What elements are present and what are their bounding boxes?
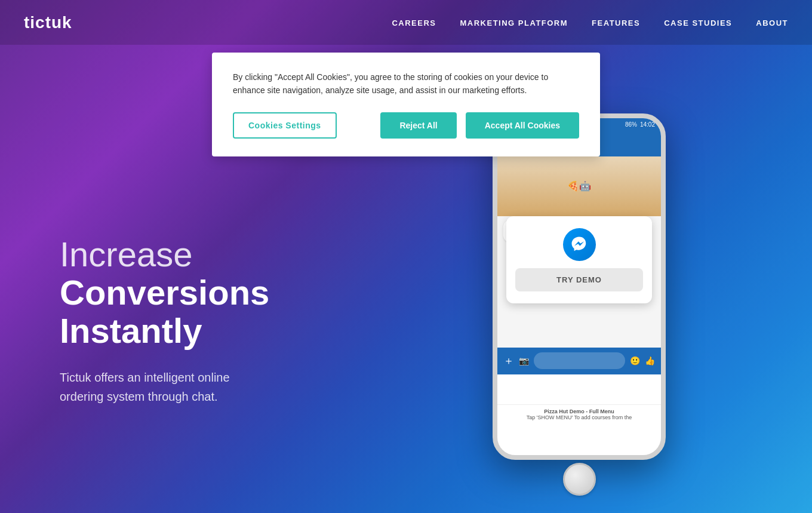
pizza-hut-sub: Tap 'SHOW MENU' To add courses from the bbox=[527, 414, 632, 420]
hero-line1: Increase bbox=[60, 235, 406, 274]
phone-screen: 86% 14:02 D Demo Sto... 🍕🤖 bbox=[497, 118, 661, 455]
phone-time: 14:02 bbox=[640, 121, 655, 128]
phone-chat-area: 🍕🤖 Hi koby, good to see you again Plz ta… bbox=[497, 156, 661, 348]
hero-description: Tictuk offers an intelligent online orde… bbox=[60, 368, 346, 406]
cookie-buttons: Cookies Settings Reject All Accept All C… bbox=[233, 112, 579, 139]
phone-bottom-info: Pizza Hut Demo - Full Menu Tap 'SHOW MEN… bbox=[497, 404, 661, 424]
brand-logo[interactable]: tictuk bbox=[24, 13, 72, 32]
navbar: tictuk CAREERS MARKETING PLATFORM FEATUR… bbox=[0, 0, 812, 45]
hero-desc-line2: ordering system through chat. bbox=[60, 390, 218, 403]
cookies-settings-button[interactable]: Cookies Settings bbox=[233, 112, 337, 139]
nav-link-marketing-platform[interactable]: MARKETING PLATFORM bbox=[460, 19, 568, 27]
messenger-icon bbox=[563, 228, 596, 261]
cookie-description: By clicking "Accept All Cookies", you ag… bbox=[233, 70, 579, 97]
accept-all-cookies-button[interactable]: Accept All Cookies bbox=[466, 112, 579, 139]
pizza-hut-label: Pizza Hut Demo - Full Menu bbox=[544, 408, 614, 414]
plus-icon[interactable]: ＋ bbox=[503, 354, 514, 368]
nav-item-features[interactable]: FEATURES bbox=[592, 17, 640, 28]
cookie-banner: By clicking "Accept All Cookies", you ag… bbox=[212, 53, 600, 156]
phone-input-field[interactable] bbox=[534, 352, 625, 369]
reject-all-button[interactable]: Reject All bbox=[380, 112, 456, 139]
pizza-image: 🍕🤖 bbox=[497, 156, 661, 216]
cookie-right-buttons: Reject All Accept All Cookies bbox=[380, 112, 579, 139]
hero-line2: Conversions Instantly bbox=[60, 274, 406, 350]
phone-bottom-bar: ＋ 📷 🙂 👍 bbox=[497, 348, 661, 374]
phone-home-area bbox=[493, 460, 666, 493]
messenger-svg-icon bbox=[570, 235, 588, 253]
nav-link-case-studies[interactable]: CASE STUDIES bbox=[664, 19, 732, 27]
hero-desc-line1: Tictuk offers an intelligent online bbox=[60, 371, 230, 384]
hero-text: Increase Conversions Instantly Tictuk of… bbox=[60, 188, 406, 406]
nav-links: CAREERS MARKETING PLATFORM FEATURES CASE… bbox=[392, 17, 788, 28]
phone-container: 86% 14:02 D Demo Sto... 🍕🤖 bbox=[406, 102, 752, 493]
phone-side-button bbox=[665, 190, 666, 226]
phone-battery: 86% bbox=[625, 121, 637, 128]
messenger-overlay: TRY DEMO bbox=[506, 216, 652, 303]
nav-link-careers[interactable]: CAREERS bbox=[392, 19, 436, 27]
emoji-icon[interactable]: 🙂 bbox=[630, 356, 640, 365]
nav-link-about[interactable]: ABOUT bbox=[756, 19, 788, 27]
pizza-emoji: 🍕🤖 bbox=[567, 180, 591, 192]
phone-mockup: 86% 14:02 D Demo Sto... 🍕🤖 bbox=[493, 113, 666, 460]
camera-icon[interactable]: 📷 bbox=[519, 356, 529, 365]
nav-item-case-studies[interactable]: CASE STUDIES bbox=[664, 17, 732, 28]
try-demo-button[interactable]: TRY DEMO bbox=[515, 268, 643, 291]
nav-item-careers[interactable]: CAREERS bbox=[392, 17, 436, 28]
phone-home-button[interactable] bbox=[563, 463, 596, 496]
thumbsup-icon[interactable]: 👍 bbox=[645, 356, 655, 365]
phone-wrapper: 86% 14:02 D Demo Sto... 🍕🤖 bbox=[493, 113, 666, 493]
nav-link-features[interactable]: FEATURES bbox=[592, 19, 640, 27]
nav-item-about[interactable]: ABOUT bbox=[756, 17, 788, 28]
nav-item-marketing-platform[interactable]: MARKETING PLATFORM bbox=[460, 17, 568, 28]
